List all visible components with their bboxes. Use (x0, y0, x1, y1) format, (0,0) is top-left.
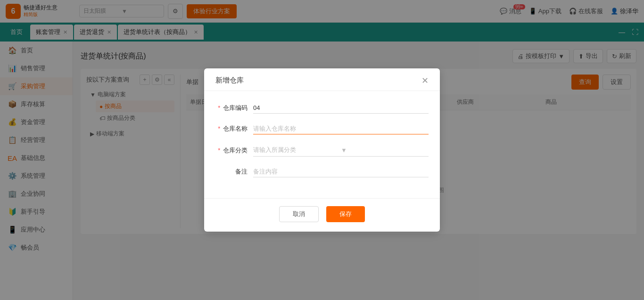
category-label: * 仓库分类 (215, 146, 253, 155)
dialog-close-button[interactable]: ✕ (421, 76, 429, 85)
name-label: * 仓库名称 (215, 125, 253, 133)
modal-overlay[interactable]: 新增仓库 ✕ * 仓库编码 * 仓库名称 (0, 0, 644, 300)
required-star-category: * (218, 147, 220, 154)
required-star-name: * (218, 125, 220, 132)
form-row-category: * 仓库分类 请输入所属分类 ▼ (215, 144, 429, 157)
warehouse-name-input[interactable] (253, 123, 429, 134)
cancel-button[interactable]: 取消 (279, 206, 319, 222)
required-star-code: * (218, 104, 220, 111)
category-dropdown-icon: ▼ (341, 147, 429, 154)
dialog-header: 新增仓库 ✕ (204, 68, 440, 91)
dialog-footer: 取消 保存 (204, 198, 440, 232)
category-placeholder: 请输入所属分类 (253, 146, 341, 154)
form-row-remark: 备注 (215, 166, 429, 177)
remark-input[interactable] (253, 166, 429, 177)
dialog-title: 新增仓库 (215, 76, 244, 85)
form-row-name: * 仓库名称 (215, 123, 429, 134)
form-row-code: * 仓库编码 (215, 102, 429, 114)
save-button[interactable]: 保存 (326, 206, 365, 222)
dialog-add-warehouse: 新增仓库 ✕ * 仓库编码 * 仓库名称 (204, 68, 440, 232)
remark-label: 备注 (215, 167, 253, 176)
dialog-body: * 仓库编码 * 仓库名称 * 仓库分类 请输入所属 (204, 91, 440, 198)
category-select-wrap[interactable]: 请输入所属分类 ▼ (253, 144, 429, 157)
code-label: * 仓库编码 (215, 104, 253, 112)
warehouse-code-input[interactable] (253, 102, 429, 114)
